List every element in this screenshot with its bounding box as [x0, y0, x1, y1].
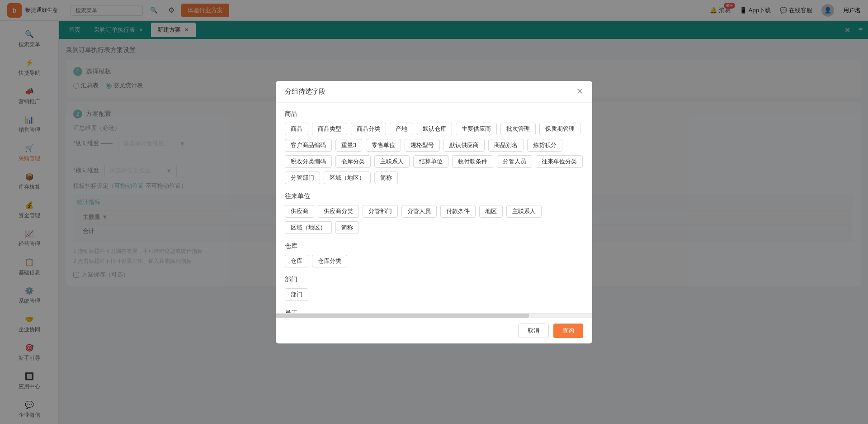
counterpart-field-tags: 供应商 供应商分类 分管部门 分管人员 付款条件 地区 主联系人 区域（地区） … [285, 205, 583, 234]
field-tag-customer-code[interactable]: 客户商品编码 [285, 139, 332, 152]
section-goods: 商品 商品 商品类型 商品分类 产地 默认仓库 主要供应商 批次管理 保质期管理… [285, 110, 583, 184]
modal-overlay: 分组待选字段 ✕ 商品 商品 商品类型 商品分类 产地 默认仓库 主要供应商 批… [0, 0, 868, 424]
field-tag-default-supplier[interactable]: 默认供应商 [443, 139, 485, 152]
modal-body: 商品 商品 商品类型 商品分类 产地 默认仓库 主要供应商 批次管理 保质期管理… [276, 103, 592, 313]
field-tag-shelf-life[interactable]: 保质期管理 [539, 123, 580, 135]
modal-confirm-button[interactable]: 查询 [553, 324, 583, 338]
field-tag-short-name[interactable]: 简称 [374, 172, 398, 184]
field-tag-spec-model[interactable]: 规格型号 [405, 139, 440, 152]
field-tag-weight3[interactable]: 重量3 [335, 139, 362, 152]
field-tag-payment-cond[interactable]: 付款条件 [440, 205, 476, 218]
field-tag-main-supplier[interactable]: 主要供应商 [456, 123, 497, 135]
modal-footer: 取消 查询 [276, 318, 592, 343]
field-tag-area[interactable]: 地区 [479, 205, 503, 218]
warehouse-field-tags: 仓库 仓库分类 [285, 255, 583, 267]
modal-title: 分组待选字段 [285, 87, 326, 96]
field-select-modal: 分组待选字段 ✕ 商品 商品 商品类型 商品分类 产地 默认仓库 主要供应商 批… [276, 81, 592, 343]
goods-field-tags: 商品 商品类型 商品分类 产地 默认仓库 主要供应商 批次管理 保质期管理 客户… [285, 123, 583, 184]
field-tag-goods-type[interactable]: 商品类型 [312, 123, 347, 135]
field-tag-region2[interactable]: 区域（地区） [285, 221, 332, 234]
section-department: 部门 部门 [285, 276, 583, 301]
field-tag-warehouse[interactable]: 仓库 [285, 255, 308, 267]
section-warehouse-title: 仓库 [285, 242, 583, 250]
field-tag-supervisor2[interactable]: 分管人员 [401, 205, 437, 218]
field-tag-supervisor[interactable]: 分管人员 [497, 155, 532, 168]
field-tag-payment-terms[interactable]: 收付款条件 [452, 155, 493, 168]
field-tag-dept[interactable]: 分管部门 [285, 172, 320, 184]
field-tag-counterpart-category[interactable]: 往来单位分类 [536, 155, 583, 168]
field-tag-supplier[interactable]: 供应商 [285, 205, 314, 218]
field-tag-supplier-category[interactable]: 供应商分类 [318, 205, 359, 218]
field-tag-points[interactable]: 炼货积分 [527, 139, 562, 152]
field-tag-batch-mgmt[interactable]: 批次管理 [500, 123, 536, 135]
field-tag-short-name2[interactable]: 简称 [335, 221, 359, 234]
field-tag-goods-alias[interactable]: 商品别名 [488, 139, 524, 152]
section-counterpart-title: 往来单位 [285, 192, 583, 200]
section-department-title: 部门 [285, 276, 583, 284]
modal-close-button[interactable]: ✕ [576, 87, 583, 95]
field-tag-tax-code[interactable]: 税收分类编码 [285, 155, 332, 168]
field-tag-settlement-unit[interactable]: 结算单位 [413, 155, 448, 168]
field-tag-dept2[interactable]: 分管部门 [363, 205, 398, 218]
field-tag-goods[interactable]: 商品 [285, 123, 308, 135]
field-tag-warehouse-cat[interactable]: 仓库分类 [312, 255, 347, 267]
modal-header: 分组待选字段 ✕ [276, 81, 592, 103]
section-employee-title: 员工 [285, 309, 583, 313]
section-goods-title: 商品 [285, 110, 583, 118]
section-warehouse: 仓库 仓库 仓库分类 [285, 242, 583, 267]
section-employee: 员工 业务员 [285, 309, 583, 313]
hscroll-thumb [276, 314, 529, 318]
department-field-tags: 部门 [285, 288, 583, 301]
field-tag-default-warehouse[interactable]: 默认仓库 [417, 123, 452, 135]
field-tag-department[interactable]: 部门 [285, 288, 308, 301]
section-counterpart: 往来单位 供应商 供应商分类 分管部门 分管人员 付款条件 地区 主联系人 区域… [285, 192, 583, 234]
field-tag-main-contact2[interactable]: 主联系人 [506, 205, 542, 218]
field-tag-warehouse-category[interactable]: 仓库分类 [335, 155, 371, 168]
modal-cancel-button[interactable]: 取消 [518, 324, 549, 338]
field-tag-region[interactable]: 区域（地区） [324, 172, 371, 184]
modal-horizontal-scrollbar[interactable] [276, 313, 592, 318]
field-tag-origin[interactable]: 产地 [390, 123, 413, 135]
field-tag-main-contact[interactable]: 主联系人 [374, 155, 410, 168]
field-tag-goods-category[interactable]: 商品分类 [351, 123, 386, 135]
field-tag-retail-unit[interactable]: 零售单位 [366, 139, 401, 152]
